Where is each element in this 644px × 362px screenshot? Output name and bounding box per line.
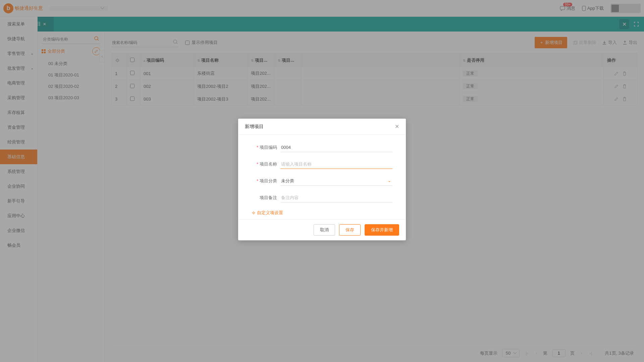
svg-point-11 [253, 212, 255, 214]
modal-close-button[interactable]: ✕ [395, 123, 399, 130]
remark-label: 项目备注 [260, 195, 277, 200]
name-input[interactable] [280, 160, 392, 169]
cat-label: 项目分类 [260, 178, 277, 183]
add-project-modal: 新增项目 ✕ *项目编码 *项目名称 *项目分类 ⌄ 项目备注 自定义项设置 取… [238, 119, 406, 240]
cancel-button[interactable]: 取消 [314, 224, 335, 236]
chevron-down-icon[interactable]: ⌄ [388, 178, 391, 183]
cat-select[interactable] [280, 176, 392, 186]
code-input[interactable] [280, 143, 392, 152]
save-and-new-button[interactable]: 保存并新增 [365, 224, 399, 236]
code-label: 项目编码 [260, 145, 277, 150]
custom-fields-link[interactable]: 自定义项设置 [252, 210, 392, 216]
remark-input[interactable] [280, 193, 392, 202]
gear-icon [252, 211, 256, 215]
save-button[interactable]: 保存 [339, 224, 361, 236]
name-label: 项目名称 [260, 162, 277, 167]
modal-title: 新增项目 [245, 124, 264, 130]
